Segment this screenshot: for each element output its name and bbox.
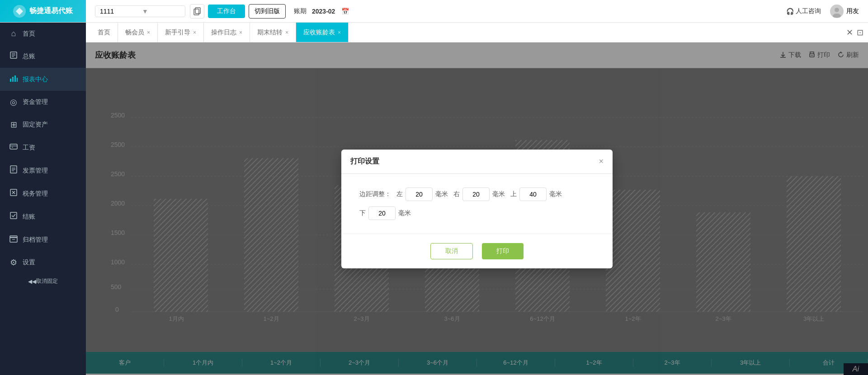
support-label: 人工咨询 xyxy=(796,7,821,15)
tab-guide-label: 新手引导 xyxy=(165,28,190,37)
calendar-icon[interactable]: 📅 xyxy=(341,8,349,15)
tab-ar-aging-close[interactable]: × xyxy=(338,29,341,36)
sidebar-item-salary[interactable]: 工资 xyxy=(0,136,86,159)
svg-rect-24 xyxy=(10,236,17,238)
right-margin-input[interactable] xyxy=(462,188,490,201)
tab-member-label: 畅会员 xyxy=(125,28,144,37)
collapse-icon: ◀◀ xyxy=(28,278,36,285)
modal-title: 打印设置 xyxy=(350,157,379,166)
user-area[interactable]: 用友 xyxy=(830,5,859,18)
page-content: 应收账龄表 下载 打印 xyxy=(86,42,868,375)
tab-guide[interactable]: 新手引导 × xyxy=(158,23,204,42)
period-label: 账期 xyxy=(294,7,307,15)
tab-bar-right: ✕ ⊡ xyxy=(846,28,863,38)
tab-ar-aging[interactable]: 应收账龄表 × xyxy=(296,23,349,42)
support-button[interactable]: 🎧 人工咨询 xyxy=(786,7,821,15)
tab-period-end[interactable]: 期末结转 × xyxy=(250,23,296,42)
sidebar-item-invoice[interactable]: 发票管理 xyxy=(0,159,86,182)
margin-form-row: 边距调整： 左 毫米 右 毫米 xyxy=(359,188,594,220)
ledger-icon xyxy=(9,51,18,61)
sidebar-collapse-btn[interactable]: ◀◀ 取消固定 xyxy=(0,274,86,289)
workbench-button[interactable]: 工作台 xyxy=(208,5,245,18)
period-value: 2023-02 xyxy=(312,8,335,15)
tab-member[interactable]: 畅会员 × xyxy=(118,23,158,42)
svg-rect-11 xyxy=(17,78,18,82)
copy-icon-btn[interactable] xyxy=(190,4,204,19)
tab-bar: 首页 畅会员 × 新手引导 × 操作日志 × 期末结转 × 应收账龄表 × xyxy=(86,23,868,42)
modal-overlay: 打印设置 × 边距调整： 左 毫米 右 xyxy=(86,42,868,375)
modal-close-btn[interactable]: × xyxy=(599,157,604,166)
sidebar-item-tax[interactable]: 税务管理 xyxy=(0,182,86,205)
confirm-print-button[interactable]: 打印 xyxy=(482,243,524,259)
invoice-icon xyxy=(9,165,18,176)
svg-rect-1 xyxy=(195,8,200,14)
checkout-icon xyxy=(9,211,18,222)
svg-rect-12 xyxy=(10,144,17,149)
svg-rect-10 xyxy=(14,75,16,82)
modal-footer: 取消 打印 xyxy=(341,234,613,268)
top-margin-input[interactable] xyxy=(519,188,547,201)
sidebar-item-ledger[interactable]: 总账 xyxy=(0,45,86,68)
modal-header: 打印设置 × xyxy=(341,150,613,174)
tab-period-end-close[interactable]: × xyxy=(285,29,288,36)
tab-member-close[interactable]: × xyxy=(147,29,150,36)
top-unit: 毫米 xyxy=(549,190,562,198)
switch-version-button[interactable]: 切到旧版 xyxy=(249,4,286,19)
tab-log[interactable]: 操作日志 × xyxy=(204,23,250,42)
sidebar-item-funds[interactable]: ◎ 资金管理 xyxy=(0,91,86,113)
tab-maximize-icon[interactable]: ⊡ xyxy=(857,28,863,38)
tab-home[interactable]: 首页 xyxy=(90,23,118,42)
sidebar-item-settings[interactable]: ⚙ 设置 xyxy=(0,251,86,274)
company-selector[interactable]: 1111 ▼ xyxy=(95,5,185,17)
svg-rect-8 xyxy=(10,79,11,82)
tab-close-all-icon[interactable]: ✕ xyxy=(846,28,853,38)
sidebar-item-reports[interactable]: 报表中心 xyxy=(0,68,86,91)
left-unit: 毫米 xyxy=(435,190,448,198)
tab-log-close[interactable]: × xyxy=(239,29,242,36)
left-label: 左 xyxy=(396,190,403,198)
sidebar-label-reports: 报表中心 xyxy=(23,75,48,84)
left-margin-input[interactable] xyxy=(406,188,433,201)
bottom-margin-input[interactable] xyxy=(368,206,396,220)
company-dropdown-arrow: ▼ xyxy=(142,8,180,15)
content-area: 首页 畅会员 × 新手引导 × 操作日志 × 期末结转 × 应收账龄表 × xyxy=(86,23,868,375)
svg-rect-9 xyxy=(12,77,14,82)
sidebar-item-home[interactable]: ⌂ 首页 xyxy=(0,23,86,45)
sidebar-label-assets: 固定资产 xyxy=(23,121,48,129)
sidebar-label-ledger: 总账 xyxy=(23,52,35,61)
sidebar-label-funds: 资金管理 xyxy=(23,98,48,106)
cancel-button[interactable]: 取消 xyxy=(430,243,473,259)
right-margin-group: 右 毫米 xyxy=(453,188,505,201)
sidebar-item-archive[interactable]: 归档管理 xyxy=(0,228,86,251)
funds-icon: ◎ xyxy=(9,97,18,107)
top-header: 畅捷通易代账 1111 ▼ 工作台 切到旧版 账期 2023-02 📅 🎧 人工… xyxy=(0,0,868,23)
svg-point-3 xyxy=(833,14,841,18)
tab-period-end-label: 期末结转 xyxy=(257,28,283,37)
left-margin-group: 左 毫米 xyxy=(396,188,448,201)
sidebar-label-archive: 归档管理 xyxy=(23,236,48,244)
tab-log-label: 操作日志 xyxy=(211,28,236,37)
modal-body: 边距调整： 左 毫米 右 毫米 xyxy=(341,174,613,234)
sidebar-item-checkout[interactable]: 结账 xyxy=(0,205,86,228)
sidebar-label-salary: 工资 xyxy=(23,144,35,152)
home-icon: ⌂ xyxy=(9,29,18,38)
sidebar-label-settings: 设置 xyxy=(23,258,35,267)
bottom-unit: 毫米 xyxy=(398,209,411,217)
header-right: 🎧 人工咨询 用友 xyxy=(786,5,859,18)
user-name: 用友 xyxy=(846,7,859,15)
sidebar-item-assets[interactable]: ⊞ 固定资产 xyxy=(0,113,86,136)
logo-text: 畅捷通易代账 xyxy=(29,6,73,16)
svg-point-2 xyxy=(835,8,839,12)
collapse-label: 取消固定 xyxy=(36,277,58,285)
print-dialog: 打印设置 × 边距调整： 左 毫米 右 xyxy=(341,150,613,268)
svg-rect-22 xyxy=(10,212,17,219)
tab-guide-close[interactable]: × xyxy=(193,29,196,36)
right-label: 右 xyxy=(453,190,460,198)
logo-area: 畅捷通易代账 xyxy=(0,0,86,22)
top-label: 上 xyxy=(510,190,517,198)
sidebar-label-tax: 税务管理 xyxy=(23,190,48,198)
right-unit: 毫米 xyxy=(492,190,505,198)
reports-icon xyxy=(9,74,18,84)
tab-home-label: 首页 xyxy=(98,28,110,37)
assets-icon: ⊞ xyxy=(9,120,18,130)
